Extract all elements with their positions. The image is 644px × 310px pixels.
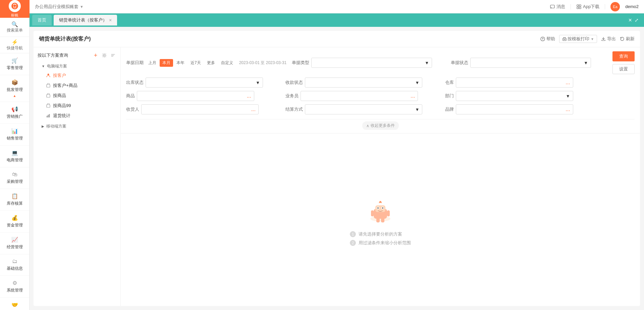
- brand-input[interactable]: ...: [456, 104, 573, 114]
- svg-rect-29: [376, 218, 380, 222]
- collection-arrow: ▼: [415, 80, 419, 85]
- brand-ellipsis[interactable]: ...: [566, 106, 570, 112]
- sidebar-item-inventory[interactable]: 📋 库存核算: [0, 189, 29, 211]
- person-goods-icon: [46, 83, 51, 88]
- empty-hint-2: 2 用过滤条件来缩小分析范围: [350, 240, 411, 246]
- sidebar-item-sales[interactable]: 📊 销售管理: [0, 124, 29, 146]
- collection-status-group: 收款状态 ▼: [285, 78, 439, 88]
- settlement-select[interactable]: ▼: [305, 104, 422, 114]
- logo-icon: [9, 0, 21, 12]
- sidebar-nav-label: 快捷导航: [0, 45, 29, 51]
- sidebar-item-search[interactable]: 🔍 搜索菜单: [0, 18, 29, 37]
- purchase-icon: 🛍: [12, 171, 17, 177]
- app-download-btn[interactable]: App下载: [576, 4, 599, 10]
- date-btn-this-year[interactable]: 本年: [174, 59, 187, 67]
- topbar-left: 办公用品行业模拟账套 ▼: [35, 4, 84, 10]
- account-dropdown[interactable]: 办公用品行业模拟账套 ▼: [35, 4, 84, 10]
- sidebar-item-marketing[interactable]: 📢 营销推广: [0, 102, 29, 124]
- scheme-item-by-customer-label: 按客户: [53, 72, 66, 79]
- refresh-btn[interactable]: 刷新: [620, 36, 635, 42]
- date-btn-more[interactable]: 更多: [204, 59, 218, 67]
- avatar-text: Ea: [613, 5, 618, 9]
- type-select-arrow: ▼: [425, 60, 429, 65]
- message-label: 消息: [556, 4, 565, 10]
- bar-chart-icon: [46, 113, 51, 118]
- empty-robot-illustration: [364, 194, 397, 227]
- print-btn[interactable]: 按模板打印 ▼: [559, 35, 597, 43]
- help-btn[interactable]: 帮助: [540, 36, 555, 42]
- account-name: 办公用品行业模拟账套: [35, 4, 78, 10]
- warehouse-group: 仓库 ...: [445, 78, 599, 88]
- staff-ellipsis[interactable]: ...: [411, 93, 415, 99]
- query-button[interactable]: 查询: [612, 51, 635, 61]
- sidebar-item-finance[interactable]: 💰 资金管理: [0, 211, 29, 232]
- scheme-group-desktop: ▼ 电脑端方案 按客户: [34, 62, 120, 121]
- page-actions: 帮助 按模板打印 ▼ 导出 刷新: [540, 35, 635, 43]
- svg-point-26: [382, 207, 383, 209]
- sidebar-item-enterprise[interactable]: 🤝 企业协同: [0, 298, 29, 310]
- ecommerce-label: 电商管理: [7, 157, 23, 163]
- retail-icon: 🛒: [11, 57, 18, 64]
- finance-icon: 💰: [11, 215, 18, 221]
- scheme-item-by-goods99[interactable]: 按商品99: [34, 101, 120, 111]
- empty-hint-1: 1 请先选择要分析的方案: [350, 231, 411, 237]
- avatar[interactable]: Ea: [610, 2, 620, 11]
- sidebar-item-purchase[interactable]: 🛍 采购管理: [0, 167, 29, 189]
- sidebar-item-base-info[interactable]: 🗂 基础信息: [0, 254, 29, 276]
- out-status-arrow: ▼: [256, 80, 260, 85]
- tab-maximize-icon[interactable]: ⤢: [635, 17, 639, 23]
- sidebar-item-ecommerce[interactable]: 💻 电商管理: [0, 146, 29, 167]
- svg-rect-11: [564, 39, 566, 40]
- date-btn-last-month[interactable]: 上月: [146, 59, 159, 67]
- message-btn[interactable]: 消息: [550, 4, 565, 10]
- sidebar-item-quick-nav[interactable]: ⚡ 快捷导航: [0, 37, 29, 53]
- settings-button[interactable]: 设置: [612, 64, 635, 74]
- topbar-divider-2: [605, 4, 605, 9]
- status-select[interactable]: ▼: [470, 58, 591, 68]
- warehouse-input[interactable]: ...: [456, 78, 573, 88]
- collection-select[interactable]: ▼: [305, 78, 422, 88]
- scheme-item-return-stats[interactable]: 退货统计: [34, 111, 120, 121]
- collection-label: 收款状态: [285, 80, 303, 86]
- type-select[interactable]: ▼: [311, 58, 432, 68]
- scheme-item-by-goods[interactable]: 按商品: [34, 91, 120, 101]
- staff-input[interactable]: ...: [301, 91, 418, 101]
- app-download-icon: [576, 4, 582, 9]
- scheme-add-btn[interactable]: +: [92, 52, 99, 59]
- scheme-item-by-customer[interactable]: 按客户: [34, 70, 120, 81]
- scheme-item-by-customer-goods[interactable]: 按客户+商品: [34, 81, 120, 91]
- export-icon: [601, 37, 606, 41]
- tab-sales-stats[interactable]: 销货单统计表（按客户） ×: [54, 15, 117, 25]
- sidebar-item-operations[interactable]: 📈 经营管理: [0, 232, 29, 254]
- collapse-btn[interactable]: ∧ 收起更多条件: [362, 121, 399, 130]
- export-btn[interactable]: 导出: [601, 36, 616, 42]
- svg-point-25: [377, 207, 379, 209]
- dept-select[interactable]: ▼: [456, 91, 573, 101]
- goods-input[interactable]: ...: [137, 91, 254, 101]
- sidebar-item-wholesale[interactable]: 📦 批发管理 ▲: [0, 75, 29, 102]
- receiver-input[interactable]: ...: [141, 104, 259, 114]
- out-status-select[interactable]: ▼: [146, 78, 263, 88]
- date-btn-7days[interactable]: 近7天: [188, 59, 204, 67]
- tab-close-icon[interactable]: ×: [109, 17, 112, 23]
- scheme-collapse-btn[interactable]: [110, 52, 116, 59]
- collapse-arrow-icon: ∧: [366, 123, 369, 128]
- date-btn-custom[interactable]: 自定义: [218, 59, 236, 67]
- tab-home[interactable]: 首页: [32, 15, 52, 25]
- svg-rect-16: [47, 105, 50, 107]
- sidebar-item-retail[interactable]: 🛒 零售管理: [0, 53, 29, 75]
- mobile-group-arrow-icon: ▶: [42, 124, 44, 128]
- print-label: 按模板打印: [568, 36, 589, 42]
- scheme-settings-btn[interactable]: [101, 52, 108, 59]
- tab-close-window-icon[interactable]: ×: [628, 17, 632, 24]
- out-status-label: 出库状态: [126, 80, 144, 86]
- sidebar-item-system[interactable]: ⚙ 系统管理: [0, 276, 29, 298]
- goods-ellipsis[interactable]: ...: [247, 93, 251, 99]
- receiver-ellipsis[interactable]: ...: [251, 106, 256, 112]
- scheme-item-by-goods99-label: 按商品99: [53, 103, 71, 109]
- svg-point-9: [542, 40, 543, 40]
- date-btn-this-month[interactable]: 本月: [160, 59, 173, 67]
- warehouse-ellipsis[interactable]: ...: [566, 80, 570, 86]
- scheme-group-desktop-title[interactable]: ▼ 电脑端方案: [34, 62, 120, 70]
- scheme-group-mobile-title[interactable]: ▶ 移动端方案: [34, 122, 120, 131]
